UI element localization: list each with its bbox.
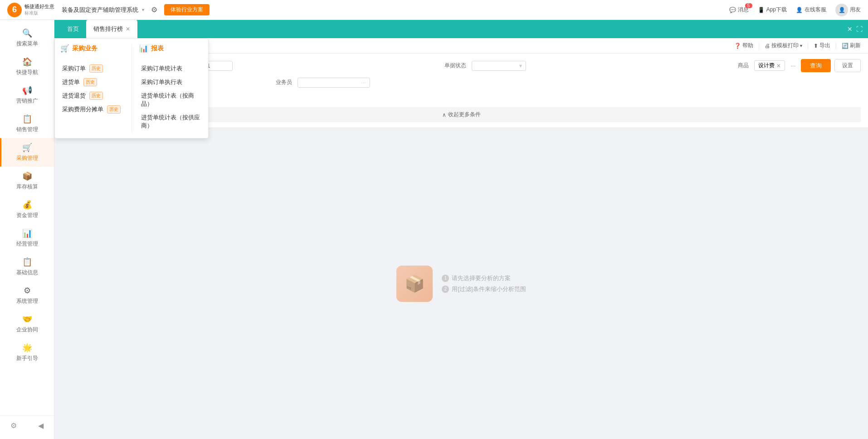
empty-area: 📦 1 请先选择要分析的方案 2 用[过滤]条件来缩小分析范围 — [54, 128, 868, 439]
collapse-up-icon: ∧ — [442, 112, 446, 118]
settings-gear-button[interactable]: ⚙ — [148, 4, 161, 16]
message-badge: 5 — [745, 3, 752, 8]
history-badge-0: 历史 — [89, 64, 103, 73]
col-separator — [132, 44, 132, 133]
tab-expand-button[interactable]: ⛶ — [856, 25, 863, 33]
title-dropdown-arrow[interactable]: ▾ — [142, 7, 144, 12]
print-dropdown-icon[interactable]: ▾ — [800, 43, 802, 48]
dropdown-item-inbound[interactable]: 进货单 历史 — [60, 75, 124, 89]
service-icon: 👤 — [796, 7, 803, 13]
sidebar-item-purchase[interactable]: 🛒 采购管理 — [0, 138, 54, 167]
help-button[interactable]: ❓ 帮助 — [734, 42, 753, 49]
app-download-button[interactable]: 📱 App下载 — [758, 6, 787, 14]
dropdown-item-return[interactable]: 进货退货 历史 — [60, 89, 124, 103]
goods-tag-close[interactable]: ✕ — [776, 63, 781, 69]
purchase-icon: 🛒 — [22, 143, 32, 153]
sidebar-item-finance[interactable]: 💰 资金管理 — [0, 195, 54, 224]
refresh-button[interactable]: 🔄 刷新 — [842, 42, 861, 49]
empty-illustration: 📦 — [396, 266, 433, 302]
sidebar-item-base-info[interactable]: 📋 基础信息 — [0, 252, 54, 281]
header-right: 💬 消息 5 📱 App下载 👤 在线客服 👤 用友 — [729, 4, 861, 16]
export-button[interactable]: ⬆ 导出 — [814, 42, 830, 49]
sidebar-item-sales[interactable]: 📋 销售管理 — [0, 109, 54, 138]
history-badge-2: 历史 — [89, 92, 103, 100]
sidebar-item-newbie[interactable]: 🌟 新手引导 — [0, 338, 54, 367]
marketing-icon: 📢 — [22, 85, 32, 95]
enterprise-icon: 🤝 — [22, 314, 32, 324]
messages-button[interactable]: 💬 消息 5 — [729, 6, 749, 14]
dropdown-col-business: 🛒 采购业务 采购订单 历史 进货单 历史 进货退货 历史 采购费用分摊单 历史 — [55, 44, 130, 133]
help-icon: ❓ — [734, 43, 741, 49]
dropdown-item-report-3[interactable]: 进货单统计表（按商品） — [139, 89, 203, 111]
sidebar-item-inventory[interactable]: 📦 库存核算 — [0, 167, 54, 195]
salesperson-dots: ··· — [361, 79, 366, 86]
tab-close-button[interactable]: ✕ — [847, 25, 853, 33]
tab-bar-right: ✕ ⛶ — [847, 25, 863, 33]
system-title-text: 装备及固定资产辅助管理系统 — [62, 6, 138, 14]
sidebar: 🔍 搜索菜单 🏠 快捷导航 📢 营销推广 📋 销售管理 🛒 采购管理 📦 库存核… — [0, 20, 54, 439]
search-icon: 🔍 — [22, 28, 32, 38]
purchase-dropdown-menu: 🛒 采购业务 采购订单 历史 进货单 历史 进货退货 历史 采购费用分摊单 历史… — [54, 38, 209, 138]
tab-bar: 首页 销售排行榜 ✕ ✕ ⛶ — [54, 20, 868, 38]
toolbar-divider-3 — [836, 42, 836, 49]
history-badge-3: 历史 — [107, 105, 121, 113]
sidebar-item-search[interactable]: 🔍 搜索菜单 — [0, 24, 54, 52]
logo-text: 畅捷通好生意 — [24, 3, 54, 10]
sidebar-bottom: ⚙ ◀ — [0, 415, 54, 435]
salesperson-select[interactable]: ··· — [297, 78, 370, 88]
sidebar-item-enterprise[interactable]: 🤝 企业协同 — [0, 310, 54, 338]
sales-icon: 📋 — [22, 114, 32, 124]
history-badge-1: 历史 — [83, 78, 97, 86]
logo-sub: 标准版 — [24, 10, 54, 16]
sidebar-item-system[interactable]: ⚙ 系统管理 — [0, 281, 54, 310]
voucher-status-dropdown-icon: ▾ — [519, 63, 522, 69]
empty-tips: 1 请先选择要分析的方案 2 用[过滤]条件来缩小分析范围 — [442, 274, 526, 293]
top-header: 6 畅捷通好生意 标准版 装备及固定资产辅助管理系统 ▾ ⚙ 体验行业方案 💬 … — [0, 0, 868, 20]
system-icon: ⚙ — [24, 286, 31, 296]
dropdown-item-report-2[interactable]: 采购订单执行表 — [139, 75, 203, 89]
goods-more-dots[interactable]: ··· — [790, 62, 795, 69]
tab-close-icon[interactable]: ✕ — [126, 26, 130, 32]
query-button[interactable]: 查询 — [801, 59, 831, 72]
tip-dot-2: 2 — [442, 286, 449, 293]
dropdown-col-report-title: 📊 报表 — [139, 44, 203, 56]
dropdown-item-expense[interactable]: 采购费用分摊单 历史 — [60, 103, 124, 116]
sidebar-collapse-button[interactable]: ◀ — [38, 421, 44, 430]
settings-button[interactable]: 设置 — [834, 59, 861, 72]
toolbar-divider-1 — [759, 42, 759, 49]
user-label: 用友 — [850, 6, 861, 14]
empty-tip-1: 1 请先选择要分析的方案 — [442, 274, 526, 282]
refresh-icon: 🔄 — [842, 43, 848, 49]
dropdown-item-purchase-order[interactable]: 采购订单 历史 — [60, 62, 124, 75]
dropdown-col-business-title: 🛒 采购业务 — [60, 44, 124, 56]
base-info-icon: 📋 — [22, 257, 32, 267]
industry-button[interactable]: 体验行业方案 — [164, 4, 210, 15]
dropdown-item-report-1[interactable]: 采购订单统计表 — [139, 62, 203, 75]
logo-area: 6 畅捷通好生意 标准版 — [7, 3, 62, 17]
sidebar-settings-button[interactable]: ⚙ — [10, 421, 17, 430]
business-icon: 📊 — [22, 228, 32, 238]
tab-home[interactable]: 首页 — [60, 20, 86, 38]
online-service-button[interactable]: 👤 在线客服 — [796, 6, 826, 14]
export-icon: ⬆ — [814, 43, 818, 49]
salesperson-label: 业务员 — [276, 79, 292, 86]
dropdown-col-report: 📊 报表 采购订单统计表 采购订单执行表 进货单统计表（按商品） 进货单统计表（… — [134, 44, 209, 133]
goods-label: 商品 — [738, 62, 749, 69]
voucher-status-select[interactable]: ▾ — [472, 61, 526, 71]
sidebar-item-marketing[interactable]: 📢 营销推广 — [0, 81, 54, 109]
tab-sales-ranking[interactable]: 销售排行榜 ✕ — [86, 20, 137, 38]
sidebar-item-business[interactable]: 📊 经营管理 — [0, 224, 54, 252]
system-title-area: 装备及固定资产辅助管理系统 ▾ ⚙ 体验行业方案 — [62, 4, 729, 16]
goods-tag: 设计费 ✕ — [754, 60, 785, 71]
voucher-status-label: 单据状态 — [444, 62, 466, 69]
dropdown-item-report-4[interactable]: 进货单统计表（按供应商） — [139, 111, 203, 133]
user-area[interactable]: 👤 用友 — [835, 4, 861, 16]
empty-tip-2: 2 用[过滤]条件来缩小分析范围 — [442, 285, 526, 293]
inventory-icon: 📦 — [22, 171, 32, 181]
print-button[interactable]: 🖨 按模板打印 ▾ — [765, 42, 802, 49]
toolbar-divider-2 — [808, 42, 808, 49]
message-icon: 💬 — [729, 7, 736, 13]
sidebar-item-quick-nav[interactable]: 🏠 快捷导航 — [0, 52, 54, 81]
logo-text-area: 畅捷通好生意 标准版 — [24, 3, 54, 16]
report-icon: 📊 — [139, 44, 148, 53]
